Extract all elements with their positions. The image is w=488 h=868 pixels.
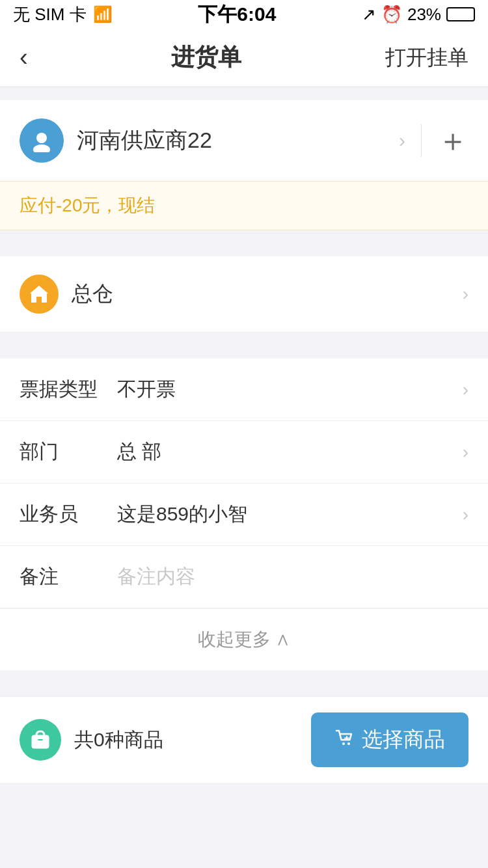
invoice-value: 不开票 [104,376,463,403]
warehouse-row[interactable]: 总仓 › [0,256,488,332]
location-icon: ↗ [362,5,376,25]
invoice-chevron-icon: › [463,379,468,400]
warning-banner: 应付-20元，现结 [0,181,488,230]
select-product-label: 选择商品 [362,726,445,754]
back-button[interactable]: ‹ [20,44,28,72]
status-bar: 无 SIM 卡 📶 下午6:04 ↗ ⏰ 23% [0,0,488,29]
svg-point-8 [347,742,350,745]
svg-point-1 [33,144,50,152]
supplier-card: 河南供应商22 › ＋ 应付-20元，现结 [0,100,488,230]
open-pending-button[interactable]: 打开挂单 [385,44,468,72]
gap-1 [0,230,488,243]
battery-percent: 23% [407,5,441,25]
status-carrier: 无 SIM 卡 📶 [13,3,113,26]
supplier-divider [421,124,422,157]
page-title: 进货单 [171,42,241,74]
supplier-row[interactable]: 河南供应商22 › ＋ [0,100,488,181]
status-time: 下午6:04 [198,1,276,28]
remark-row[interactable]: 备注 备注内容 [0,546,488,608]
warehouse-icon [20,275,59,314]
department-chevron-icon: › [463,442,468,463]
svg-marker-3 [30,286,48,293]
cart-icon [334,728,354,752]
supplier-name: 河南供应商22 [77,126,399,156]
department-label: 部门 [20,439,104,465]
product-icon [20,719,61,761]
remark-label: 备注 [20,563,104,590]
warehouse-name: 总仓 [72,280,463,308]
warning-text: 应付-20元，现结 [20,195,155,215]
select-product-button[interactable]: 选择商品 [311,712,468,767]
page-fill [0,783,488,868]
carrier-text: 无 SIM 卡 [13,3,87,26]
svg-rect-5 [32,735,49,748]
gap-2 [0,332,488,346]
svg-rect-4 [36,297,42,303]
bottom-bar: 共0种商品 选择商品 [0,696,488,783]
svg-point-0 [36,133,47,143]
warehouse-chevron-icon: › [463,284,468,305]
collapse-label: 收起更多 ∧ [198,629,291,649]
remark-input[interactable]: 备注内容 [104,563,468,590]
supplier-avatar [20,118,64,163]
supplier-chevron-icon: › [399,129,405,152]
add-button[interactable]: ＋ [437,125,468,156]
navigation-bar: ‹ 进货单 打开挂单 [0,29,488,87]
svg-point-7 [342,742,345,745]
product-count: 共0种商品 [74,727,311,753]
department-row[interactable]: 部门 总 部 › [0,421,488,483]
invoice-label: 票据类型 [20,376,104,403]
form-section: 票据类型 不开票 › 部门 总 部 › 业务员 这是859的小智 › 备注 备注… [0,359,488,670]
gap-top [0,87,488,100]
sales-chevron-icon: › [463,504,468,525]
sales-label: 业务员 [20,501,104,528]
gap-3 [0,670,488,683]
sales-row[interactable]: 业务员 这是859的小智 › [0,483,488,546]
battery-indicator [446,7,475,21]
status-right: ↗ ⏰ 23% [362,5,475,25]
alarm-icon: ⏰ [381,5,402,25]
wifi-icon: 📶 [93,5,113,23]
collapse-button[interactable]: 收起更多 ∧ [0,608,488,670]
invoice-row[interactable]: 票据类型 不开票 › [0,359,488,421]
sales-value: 这是859的小智 [104,501,463,528]
warehouse-section: 总仓 › [0,256,488,332]
department-value: 总 部 [104,439,463,465]
svg-rect-6 [38,739,43,740]
